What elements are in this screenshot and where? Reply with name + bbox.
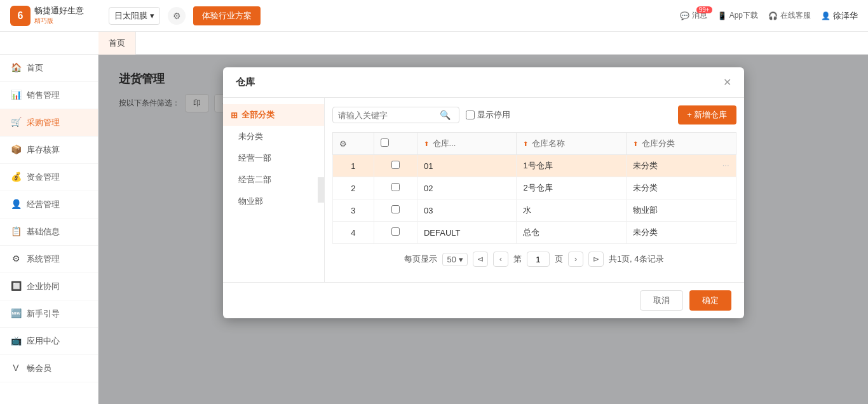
- modal-header: 仓库 ✕: [223, 67, 744, 98]
- notification-item[interactable]: 💬 消息 99+: [680, 10, 707, 21]
- prev-page-button[interactable]: ‹: [493, 252, 508, 267]
- sidebar-item-sales[interactable]: 📊 销售管理: [0, 82, 98, 109]
- total-info: 共1页, 4条记录: [609, 253, 664, 265]
- warehouse-modal: 仓库 ✕ ⊞ 全部分类 未分类 经营一: [223, 67, 744, 318]
- show-disabled-checkbox[interactable]: [466, 111, 475, 119]
- top-header: 6 畅捷通好生意 精巧版 日太阳膜 ▾ ⚙ 体验行业方案 💬 消息 99+ 📱 …: [0, 0, 868, 32]
- chevron-down-icon: ▾: [459, 255, 463, 264]
- home-icon: 🏠: [10, 62, 22, 74]
- user-avatar[interactable]: 👤 徐泽华: [821, 10, 858, 22]
- row-checkbox[interactable]: [391, 227, 400, 236]
- system-icon: ⚙: [10, 253, 22, 265]
- sidebar-item-guide[interactable]: 🆕 新手引导: [0, 300, 98, 328]
- row-code: DEFAULT: [417, 222, 516, 244]
- category-all[interactable]: ⊞ 全部分类: [223, 104, 324, 126]
- sidebar-item-system[interactable]: ⚙ 系统管理: [0, 246, 98, 273]
- nav-tabs: 首页: [0, 32, 868, 55]
- notification-badge: 99+: [696, 6, 712, 13]
- row-checkbox-cell: [374, 222, 417, 244]
- table-row[interactable]: 4 DEFAULT 总仓 未分类: [332, 222, 736, 244]
- settings-icon[interactable]: ⚙: [168, 7, 186, 25]
- per-page-select[interactable]: 50 ▾: [442, 253, 467, 266]
- row-checkbox[interactable]: [391, 183, 400, 191]
- last-page-button[interactable]: ⊳: [588, 252, 604, 267]
- row-more-icon[interactable]: ···: [722, 160, 729, 170]
- basic-info-icon: 📋: [10, 226, 22, 238]
- row-code: 03: [417, 199, 516, 222]
- row-num: 1: [332, 155, 374, 177]
- category-item-dept1[interactable]: 经营一部: [223, 147, 324, 169]
- cancel-button[interactable]: 取消: [640, 290, 683, 311]
- sidebar-item-finance[interactable]: 💰 资金管理: [0, 164, 98, 191]
- message-icon: 💬: [680, 11, 689, 20]
- table-row[interactable]: 2 02 2号仓库 未分类: [332, 177, 736, 199]
- search-icon[interactable]: 🔍: [440, 110, 451, 120]
- purchase-icon: 🛒: [10, 117, 22, 128]
- page-suffix: 页: [555, 253, 563, 265]
- avatar-icon: 👤: [821, 11, 831, 20]
- sidebar-item-purchase[interactable]: 🛒 采购管理: [0, 109, 98, 137]
- row-checkbox[interactable]: [391, 205, 400, 213]
- row-name: 水: [517, 199, 627, 222]
- sort-icon-name: ⬆: [523, 140, 528, 147]
- row-category: 未分类: [626, 177, 736, 199]
- online-service-item[interactable]: 🎧 在线客服: [768, 10, 811, 21]
- table-header-row: ⚙ ⬆ 仓库...: [332, 133, 736, 155]
- warehouse-table: ⚙ ⬆ 仓库...: [332, 132, 736, 244]
- select-all-checkbox[interactable]: [381, 138, 389, 147]
- sidebar-item-vip[interactable]: V 畅会员: [0, 355, 98, 382]
- row-code: 02: [417, 177, 516, 199]
- row-checkbox[interactable]: [391, 161, 400, 169]
- company-select[interactable]: 日太阳膜 ▾: [109, 7, 160, 25]
- category-item-unclassified[interactable]: 未分类: [223, 126, 324, 147]
- sidebar-item-enterprise[interactable]: 🔲 企业协同: [0, 273, 98, 300]
- th-gear: ⚙: [332, 133, 374, 155]
- modal-title: 仓库: [236, 76, 255, 88]
- category-item-property[interactable]: 物业部: [223, 191, 324, 212]
- row-category: 未分类: [626, 222, 736, 244]
- logo-icon: 6: [10, 6, 31, 26]
- apps-icon: 📺: [10, 335, 22, 347]
- enterprise-icon: 🔲: [10, 281, 22, 292]
- sidebar-item-apps[interactable]: 📺 应用中心: [0, 328, 98, 355]
- table-row[interactable]: 1 01 1号仓库 未分类 ···: [332, 155, 736, 177]
- vip-icon: V: [10, 363, 22, 374]
- search-box: 🔍: [332, 107, 459, 123]
- table-row[interactable]: 3 03 水 物业部: [332, 199, 736, 222]
- category-item-dept2[interactable]: 经营二部: [223, 169, 324, 191]
- sort-icon-cat: ⬆: [633, 140, 638, 147]
- th-category: ⬆ 仓库分类: [626, 133, 736, 155]
- confirm-button[interactable]: 确定: [689, 290, 731, 311]
- th-checkbox: [374, 133, 417, 155]
- next-page-button[interactable]: ›: [568, 252, 583, 267]
- experience-button[interactable]: 体验行业方案: [193, 6, 261, 25]
- row-checkbox-cell: [374, 155, 417, 177]
- sort-icon: ⬆: [424, 140, 429, 147]
- close-button[interactable]: ✕: [723, 76, 731, 88]
- app-download-item[interactable]: 📱 App下载: [717, 10, 758, 21]
- category-panel: ⊞ 全部分类 未分类 经营一部 经营二部 物业部: [223, 98, 325, 282]
- guide-icon: 🆕: [10, 308, 22, 320]
- sidebar-item-home[interactable]: 🏠 首页: [0, 55, 98, 82]
- modal-body: ⊞ 全部分类 未分类 经营一部 经营二部 物业部: [223, 98, 744, 282]
- phone-icon: 📱: [717, 11, 727, 20]
- main-layout: 🏠 首页 📊 销售管理 🛒 采购管理 📦 库存核算 💰 资金管理 👤 经营管理 …: [0, 55, 868, 404]
- chevron-down-icon: ▾: [150, 11, 154, 20]
- page-input[interactable]: [527, 252, 550, 267]
- sidebar-item-inventory[interactable]: 📦 库存核算: [0, 137, 98, 164]
- content-area: 进货管理 按以下条件筛选： 印 导出 刷新 查询 设置 仓库 ✕: [98, 55, 868, 404]
- add-warehouse-button[interactable]: + 新增仓库: [678, 105, 736, 125]
- collapse-button[interactable]: 《: [318, 177, 325, 203]
- sidebar-item-management[interactable]: 👤 经营管理: [0, 191, 98, 219]
- first-page-button[interactable]: ⊲: [473, 252, 488, 267]
- modal-overlay: 仓库 ✕ ⊞ 全部分类 未分类 经营一: [98, 55, 868, 404]
- row-code: 01: [417, 155, 516, 177]
- table-panel: 🔍 显示停用 + 新增仓库: [325, 98, 744, 282]
- management-icon: 👤: [10, 199, 22, 210]
- table-container: ⚙ ⬆ 仓库...: [332, 132, 736, 244]
- tab-home[interactable]: 首页: [98, 32, 136, 55]
- show-disabled-label: 显示停用: [466, 109, 510, 121]
- table-toolbar: 🔍 显示停用 + 新增仓库: [332, 105, 736, 125]
- search-input[interactable]: [338, 111, 440, 120]
- sidebar-item-basic-info[interactable]: 📋 基础信息: [0, 219, 98, 246]
